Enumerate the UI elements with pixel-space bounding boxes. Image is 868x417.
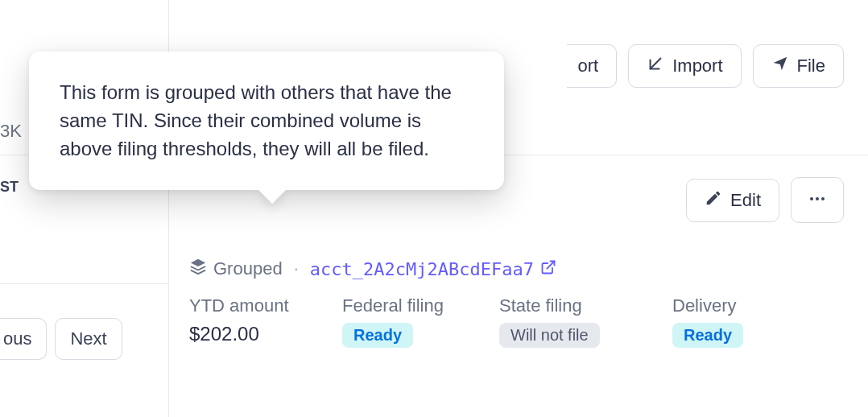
previous-button[interactable]: ous: [0, 318, 47, 360]
pager: ous Next: [0, 318, 122, 360]
pencil-icon: [705, 189, 722, 212]
export-button-label: ort: [578, 56, 599, 76]
account-link[interactable]: acct_2A2cMj2ABcdEFaa7: [310, 259, 556, 279]
stat-federal-label: Federal filing: [342, 294, 499, 318]
stat-ytd-value: $202.00: [189, 323, 342, 345]
svg-point-1: [810, 197, 813, 200]
edit-button[interactable]: Edit: [686, 179, 779, 222]
stat-delivery-badge: Ready: [672, 323, 743, 348]
more-button[interactable]: [791, 177, 844, 223]
stat-state-label: State filing: [499, 294, 672, 318]
ellipsis-icon: [808, 189, 827, 211]
file-button[interactable]: File: [753, 44, 844, 88]
toolbar: ort Import File: [567, 44, 845, 88]
previous-button-label: ous: [3, 328, 31, 349]
import-arrow-icon: [647, 55, 664, 77]
stat-state: State filing Will not file: [499, 294, 672, 348]
stat-ytd: YTD amount $202.00: [189, 294, 342, 345]
meta-separator: ·: [294, 258, 299, 279]
import-button-label: Import: [672, 56, 722, 76]
grouped-label: Grouped: [213, 258, 283, 279]
stat-delivery-label: Delivery: [672, 294, 817, 318]
stat-delivery: Delivery Ready: [672, 294, 817, 348]
sidebar-fragment-count: 3K: [0, 121, 22, 142]
grouped-tooltip: This form is grouped with others that ha…: [29, 52, 504, 190]
export-button[interactable]: ort: [567, 44, 618, 88]
sidebar-fragment-label: ST: [0, 179, 19, 196]
svg-point-3: [821, 197, 825, 200]
svg-line-4: [547, 261, 554, 268]
svg-line-0: [651, 59, 661, 69]
grouped-indicator: Grouped: [189, 258, 283, 280]
import-button[interactable]: Import: [628, 44, 741, 88]
stat-federal: Federal filing Ready: [342, 294, 499, 348]
stat-federal-badge: Ready: [342, 323, 413, 348]
file-button-label: File: [797, 56, 825, 76]
next-button-label: Next: [70, 328, 106, 349]
svg-point-2: [816, 197, 819, 200]
meta-row: Grouped · acct_2A2cMj2ABcdEFaa7: [189, 258, 556, 280]
stat-state-badge: Will not file: [499, 323, 600, 348]
account-id: acct_2A2cMj2ABcdEFaa7: [310, 259, 534, 279]
stat-ytd-label: YTD amount: [189, 294, 342, 318]
layers-icon: [189, 258, 207, 280]
external-link-icon: [540, 259, 556, 279]
grouped-tooltip-text: This form is grouped with others that ha…: [60, 81, 452, 159]
next-button[interactable]: Next: [55, 318, 122, 360]
sidebar-divider: [0, 283, 169, 284]
send-icon: [771, 55, 789, 77]
stats-row: YTD amount $202.00 Federal filing Ready …: [189, 294, 844, 348]
edit-button-label: Edit: [730, 190, 761, 211]
